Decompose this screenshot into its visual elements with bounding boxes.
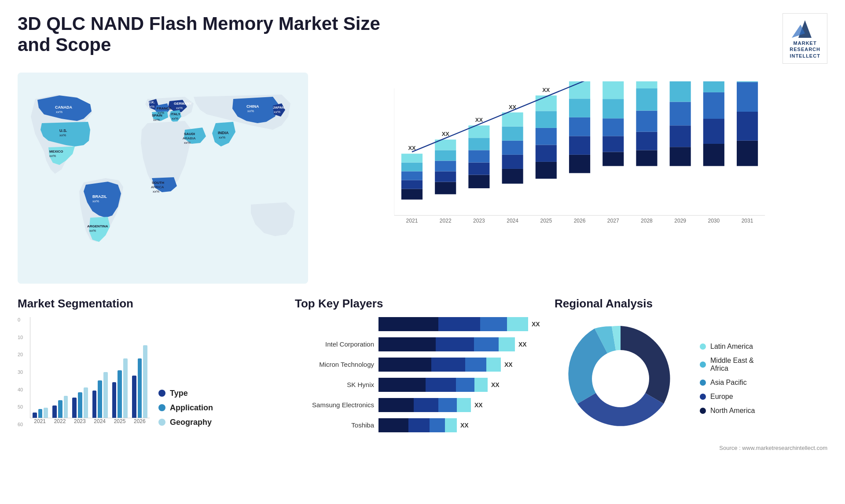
svg-rect-44 bbox=[435, 182, 456, 194]
player-name-toshiba: Toshiba bbox=[295, 421, 374, 429]
svg-rect-76 bbox=[569, 81, 590, 99]
player-val-toshiba: XX bbox=[460, 422, 469, 429]
players-section: Top Key Players XX Intel Corporation bbox=[295, 297, 541, 451]
svg-text:U.K.: U.K. bbox=[148, 100, 155, 104]
svg-text:xx%: xx% bbox=[148, 105, 154, 109]
player-name-micron: Micron Technology bbox=[295, 361, 374, 368]
svg-rect-67 bbox=[536, 128, 557, 145]
player-row-skhynix: SK Hynix XX bbox=[295, 378, 541, 392]
player-name-intel: Intel Corporation bbox=[295, 340, 374, 348]
segmentation-content: 60 50 40 30 20 10 0 bbox=[18, 317, 282, 440]
player-val-skhynix: XX bbox=[491, 381, 500, 388]
svg-text:ITALY: ITALY bbox=[171, 112, 180, 116]
svg-text:xx%: xx% bbox=[56, 110, 62, 114]
svg-text:xx%: xx% bbox=[247, 109, 254, 113]
svg-rect-66 bbox=[536, 145, 557, 162]
svg-text:2024: 2024 bbox=[507, 218, 518, 224]
top-section: CANADA xx% U.S. xx% MEXICO xx% BRAZIL xx… bbox=[18, 73, 827, 284]
player-name-skhynix: SK Hynix bbox=[295, 381, 374, 388]
svg-text:xx%: xx% bbox=[172, 117, 178, 121]
svg-text:ARGENTINA: ARGENTINA bbox=[87, 224, 108, 228]
svg-text:xx%: xx% bbox=[153, 190, 159, 194]
svg-rect-95 bbox=[670, 102, 691, 125]
svg-rect-52 bbox=[468, 162, 489, 175]
svg-text:xx%: xx% bbox=[274, 110, 280, 114]
reg-legend-middle-east: Middle East &Africa bbox=[700, 357, 755, 373]
player-bar-wrap-1: XX bbox=[378, 317, 541, 331]
svg-rect-68 bbox=[536, 111, 557, 128]
svg-text:GERMANY: GERMANY bbox=[174, 102, 192, 106]
svg-rect-93 bbox=[670, 147, 691, 166]
player-row-samsung: Samsung Electronics XX bbox=[295, 398, 541, 412]
seg-y-axis: 60 50 40 30 20 10 0 bbox=[18, 317, 29, 427]
svg-text:xx%: xx% bbox=[89, 229, 96, 233]
reg-legend-europe: Europe bbox=[700, 393, 755, 401]
svg-rect-101 bbox=[703, 119, 724, 144]
svg-text:2028: 2028 bbox=[641, 218, 653, 224]
player-bar-wrap-toshiba: XX bbox=[378, 418, 541, 432]
svg-rect-62 bbox=[502, 112, 523, 126]
svg-text:CANADA: CANADA bbox=[55, 105, 72, 110]
reg-dot-europe bbox=[700, 394, 706, 400]
svg-rect-38 bbox=[401, 180, 422, 189]
svg-text:2030: 2030 bbox=[708, 218, 720, 224]
legend-dot-type bbox=[158, 390, 165, 397]
svg-text:xx%: xx% bbox=[176, 106, 183, 110]
legend-item-application: Application bbox=[158, 403, 213, 413]
bottom-section: Market Segmentation 60 50 40 30 20 10 0 bbox=[18, 297, 827, 451]
svg-text:INDIA: INDIA bbox=[218, 131, 229, 135]
legend-item-type: Type bbox=[158, 389, 213, 398]
legend-dot-application bbox=[158, 404, 165, 411]
reg-dot-middle-east bbox=[700, 362, 706, 368]
svg-text:2022: 2022 bbox=[440, 218, 452, 224]
reg-dot-north-america bbox=[700, 408, 706, 414]
svg-rect-54 bbox=[468, 138, 489, 150]
player-bar-samsung bbox=[378, 398, 471, 412]
seg-group-2022 bbox=[52, 396, 68, 418]
segmentation-section: Market Segmentation 60 50 40 30 20 10 0 bbox=[18, 297, 282, 451]
svg-rect-40 bbox=[401, 162, 422, 171]
reg-dot-latin-america bbox=[700, 343, 706, 350]
player-val-1: XX bbox=[532, 321, 540, 328]
reg-dot-asia-pacific bbox=[700, 380, 706, 386]
player-val-micron: XX bbox=[504, 361, 513, 368]
svg-rect-73 bbox=[569, 136, 590, 155]
svg-rect-59 bbox=[502, 155, 523, 169]
svg-text:BRAZIL: BRAZIL bbox=[92, 194, 107, 199]
seg-group-2026 bbox=[132, 345, 147, 418]
svg-rect-72 bbox=[569, 155, 590, 173]
svg-rect-86 bbox=[636, 150, 657, 166]
regional-section: Regional Analysis bbox=[555, 297, 827, 451]
player-row-intel: Intel Corporation XX bbox=[295, 337, 541, 351]
svg-rect-47 bbox=[435, 150, 456, 161]
player-bar-micron bbox=[378, 358, 501, 372]
players-title: Top Key Players bbox=[295, 297, 541, 310]
svg-text:xx%: xx% bbox=[219, 135, 225, 139]
seg-group-2021 bbox=[33, 408, 48, 418]
svg-text:XX: XX bbox=[542, 87, 550, 93]
svg-text:2026: 2026 bbox=[574, 218, 586, 224]
svg-rect-103 bbox=[703, 81, 724, 92]
svg-rect-69 bbox=[536, 95, 557, 111]
logo-icon bbox=[792, 18, 818, 40]
player-bar-intel bbox=[378, 337, 515, 351]
svg-rect-46 bbox=[435, 161, 456, 171]
svg-rect-94 bbox=[670, 125, 691, 147]
svg-rect-89 bbox=[636, 88, 657, 111]
svg-rect-39 bbox=[401, 171, 422, 180]
segmentation-title: Market Segmentation bbox=[18, 297, 282, 310]
svg-rect-45 bbox=[435, 171, 456, 182]
bar-chart-svg: XX 2021 XX 2022 bbox=[330, 81, 819, 244]
player-val-intel: XX bbox=[518, 341, 527, 348]
seg-group-2023 bbox=[72, 387, 88, 418]
player-bar-wrap-intel: XX bbox=[378, 337, 541, 351]
svg-rect-90 bbox=[636, 81, 657, 88]
svg-text:2023: 2023 bbox=[473, 218, 485, 224]
bar-chart: XX 2021 XX 2022 bbox=[321, 73, 827, 284]
svg-rect-37 bbox=[401, 189, 422, 200]
svg-rect-51 bbox=[468, 175, 489, 188]
reg-legend-asia-pacific: Asia Pacific bbox=[700, 379, 755, 387]
svg-text:2025: 2025 bbox=[540, 218, 552, 224]
map-svg: CANADA xx% U.S. xx% MEXICO xx% BRAZIL xx… bbox=[18, 73, 308, 284]
svg-text:SOUTH: SOUTH bbox=[152, 181, 164, 185]
